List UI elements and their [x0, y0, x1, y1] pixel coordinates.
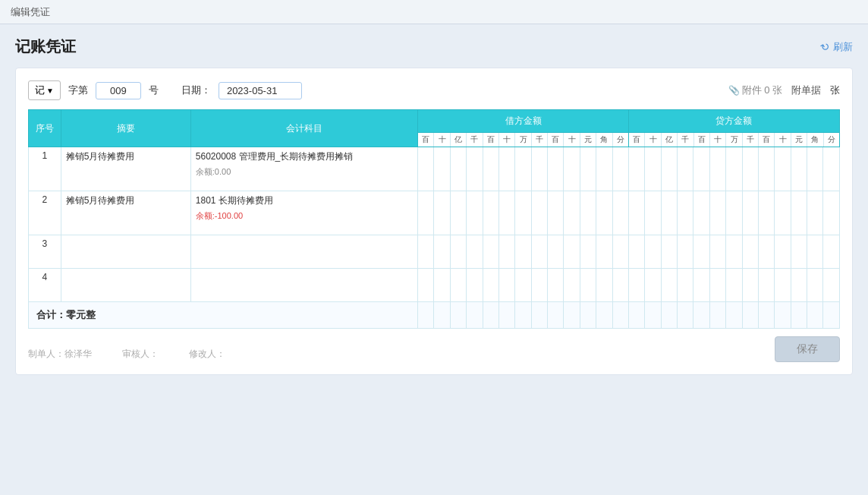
debit-digit-cell[interactable]	[596, 191, 612, 235]
refresh-button[interactable]: ↻ 刷新	[821, 40, 853, 54]
debit-digit-cell[interactable]	[531, 191, 547, 235]
attachment-link[interactable]: 📎 附件 0 张	[728, 84, 782, 97]
debit-digit-cell[interactable]	[418, 269, 434, 302]
credit-digit-cell[interactable]	[678, 147, 693, 191]
row-account[interactable]	[190, 269, 417, 302]
debit-digit-cell[interactable]	[515, 191, 531, 235]
debit-digit-cell[interactable]	[467, 269, 483, 302]
debit-digit-cell[interactable]	[418, 147, 434, 191]
credit-digit-cell[interactable]	[775, 235, 791, 269]
debit-digit-cell[interactable]	[450, 269, 466, 302]
credit-digit-cell[interactable]	[693, 235, 709, 269]
credit-digit-cell[interactable]	[758, 235, 774, 269]
debit-digit-cell[interactable]	[498, 269, 514, 302]
credit-digit-cell[interactable]	[807, 235, 823, 269]
credit-digit-cell[interactable]	[807, 191, 823, 235]
credit-digit-cell[interactable]	[709, 191, 725, 235]
credit-digit-cell[interactable]	[726, 147, 742, 191]
ji-dropdown-button[interactable]: 记 ▼	[28, 80, 61, 100]
credit-digit-cell[interactable]	[807, 269, 823, 302]
credit-digit-cell[interactable]	[742, 147, 758, 191]
debit-digit-cell[interactable]	[564, 269, 580, 302]
credit-digit-cell[interactable]	[742, 235, 758, 269]
debit-digit-cell[interactable]	[564, 147, 580, 191]
credit-digit-cell[interactable]	[628, 269, 644, 302]
credit-digit-cell[interactable]	[742, 191, 758, 235]
credit-digit-cell[interactable]	[645, 147, 661, 191]
credit-digit-cell[interactable]	[823, 269, 840, 302]
date-input[interactable]	[219, 82, 302, 99]
debit-digit-cell[interactable]	[531, 147, 547, 191]
credit-digit-cell[interactable]	[709, 235, 725, 269]
debit-digit-cell[interactable]	[434, 269, 450, 302]
credit-digit-cell[interactable]	[742, 269, 758, 302]
credit-digit-cell[interactable]	[661, 191, 677, 235]
debit-digit-cell[interactable]	[580, 269, 596, 302]
debit-digit-cell[interactable]	[498, 235, 514, 269]
credit-digit-cell[interactable]	[693, 191, 709, 235]
debit-digit-cell[interactable]	[450, 235, 466, 269]
row-summary[interactable]	[61, 269, 190, 302]
credit-digit-cell[interactable]	[693, 147, 709, 191]
credit-digit-cell[interactable]	[645, 235, 661, 269]
debit-digit-cell[interactable]	[596, 147, 612, 191]
debit-digit-cell[interactable]	[612, 235, 628, 269]
debit-digit-cell[interactable]	[580, 235, 596, 269]
debit-digit-cell[interactable]	[467, 147, 483, 191]
row-account[interactable]: 56020008 管理费用_长期待摊费用摊销余额:0.00	[190, 147, 417, 191]
zi-di-input[interactable]	[96, 82, 141, 99]
debit-digit-cell[interactable]	[483, 147, 498, 191]
credit-digit-cell[interactable]	[661, 235, 677, 269]
row-summary[interactable]	[61, 235, 190, 269]
debit-digit-cell[interactable]	[418, 235, 434, 269]
save-button[interactable]: 保存	[775, 336, 840, 362]
credit-digit-cell[interactable]	[678, 269, 693, 302]
credit-digit-cell[interactable]	[791, 235, 807, 269]
credit-digit-cell[interactable]	[758, 191, 774, 235]
debit-digit-cell[interactable]	[418, 191, 434, 235]
credit-digit-cell[interactable]	[758, 147, 774, 191]
credit-digit-cell[interactable]	[693, 269, 709, 302]
debit-digit-cell[interactable]	[596, 235, 612, 269]
debit-digit-cell[interactable]	[515, 235, 531, 269]
credit-digit-cell[interactable]	[775, 269, 791, 302]
credit-digit-cell[interactable]	[661, 269, 677, 302]
debit-digit-cell[interactable]	[467, 235, 483, 269]
row-account[interactable]	[190, 235, 417, 269]
credit-digit-cell[interactable]	[645, 191, 661, 235]
debit-digit-cell[interactable]	[498, 191, 514, 235]
credit-digit-cell[interactable]	[678, 235, 693, 269]
debit-digit-cell[interactable]	[467, 191, 483, 235]
credit-digit-cell[interactable]	[709, 147, 725, 191]
credit-digit-cell[interactable]	[791, 147, 807, 191]
debit-digit-cell[interactable]	[483, 191, 498, 235]
credit-digit-cell[interactable]	[726, 191, 742, 235]
debit-digit-cell[interactable]	[596, 269, 612, 302]
debit-digit-cell[interactable]	[564, 191, 580, 235]
credit-digit-cell[interactable]	[628, 147, 644, 191]
credit-digit-cell[interactable]	[775, 147, 791, 191]
row-summary[interactable]: 摊销5月待摊费用	[61, 191, 190, 235]
credit-digit-cell[interactable]	[726, 269, 742, 302]
debit-digit-cell[interactable]	[531, 269, 547, 302]
credit-digit-cell[interactable]	[709, 269, 725, 302]
credit-digit-cell[interactable]	[791, 269, 807, 302]
credit-digit-cell[interactable]	[775, 191, 791, 235]
credit-digit-cell[interactable]	[661, 147, 677, 191]
debit-digit-cell[interactable]	[515, 269, 531, 302]
debit-digit-cell[interactable]	[548, 147, 564, 191]
credit-digit-cell[interactable]	[758, 269, 774, 302]
row-account[interactable]: 1801 长期待摊费用余额:-100.00	[190, 191, 417, 235]
debit-digit-cell[interactable]	[612, 191, 628, 235]
debit-digit-cell[interactable]	[434, 191, 450, 235]
debit-digit-cell[interactable]	[450, 147, 466, 191]
debit-digit-cell[interactable]	[548, 191, 564, 235]
debit-digit-cell[interactable]	[515, 147, 531, 191]
debit-digit-cell[interactable]	[580, 191, 596, 235]
credit-digit-cell[interactable]	[823, 147, 840, 191]
debit-digit-cell[interactable]	[612, 147, 628, 191]
debit-digit-cell[interactable]	[531, 235, 547, 269]
debit-digit-cell[interactable]	[450, 191, 466, 235]
credit-digit-cell[interactable]	[628, 191, 644, 235]
debit-digit-cell[interactable]	[483, 269, 498, 302]
